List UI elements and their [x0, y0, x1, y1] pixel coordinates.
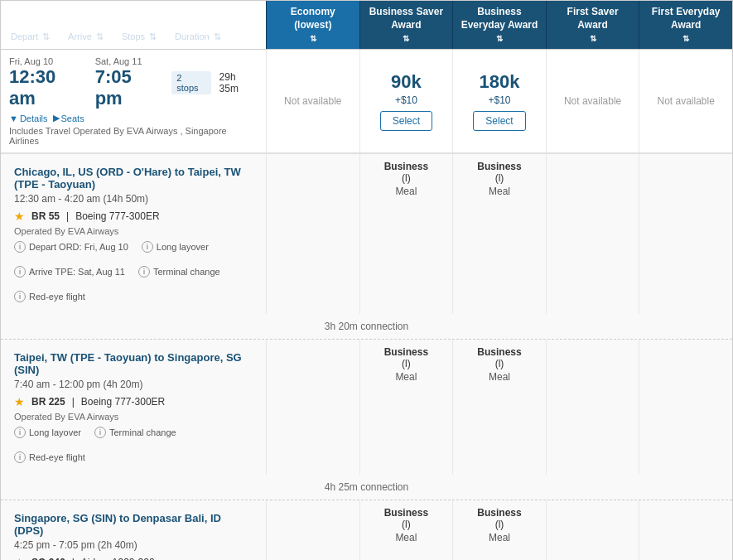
sort-icon-business-everyday: ⇅	[496, 33, 503, 44]
col-header-economy: Economy (lowest) ⇅	[266, 1, 359, 49]
first-saver-not-available: Not available	[564, 95, 621, 107]
segment-1-operated: Operated By EVA Airways	[14, 226, 253, 236]
segment-2-notices: i Long layover i Terminal change i Red-e…	[14, 427, 253, 463]
sort-arrive[interactable]: Arrive ⇅	[66, 31, 104, 42]
seg2-bs-meal: Meal	[365, 371, 448, 383]
star-icon-3: ★	[14, 556, 25, 560]
info-icon-5: i	[14, 291, 26, 302]
segment-main-3: Singapore, SG (SIN) to Denpasar Bali, ID…	[1, 500, 266, 560]
seg2-be-meal: Meal	[458, 371, 541, 383]
notice-terminal-1: i Terminal change	[138, 266, 220, 278]
select-button-business-everyday[interactable]: Select	[473, 111, 525, 131]
header-row: Depart ⇅ Arrive ⇅ Stops ⇅ Duration ⇅ Eco…	[1, 1, 732, 50]
segment-3-flight: ★ SQ 946 | Airbus A330-300	[14, 556, 253, 560]
triangle-down-icon: ▼	[9, 113, 18, 123]
segment-1-flight-number: BR 55	[31, 210, 60, 222]
col-header-first-everyday: First Everyday Award ⇅	[639, 1, 732, 49]
flight-results-container: Depart ⇅ Arrive ⇅ Stops ⇅ Duration ⇅ Eco…	[0, 0, 733, 560]
segment-3: Singapore, SG (SIN) to Denpasar Bali, ID…	[1, 500, 266, 560]
sort-columns: Depart ⇅ Arrive ⇅ Stops ⇅ Duration ⇅	[1, 1, 266, 49]
info-icon-1: i	[14, 241, 26, 253]
info-icon-4: i	[138, 266, 150, 278]
segment-row-3: Singapore, SG (SIN) to Denpasar Bali, ID…	[1, 500, 732, 560]
depart-time: 12:30 am	[9, 66, 55, 109]
segment-1-aircraft: Boeing 777-300ER	[75, 210, 159, 222]
seg1-be-class: Business	[458, 161, 541, 172]
sort-icon-first-everyday: ⇅	[682, 33, 689, 44]
segment-1-route: Chicago, IL, US (ORD - O'Hare) to Taipei…	[14, 166, 253, 191]
seg3-economy-cell	[266, 500, 359, 560]
info-icon-6: i	[14, 427, 26, 438]
seg2-business-everyday-cell: Business (l) Meal	[452, 340, 546, 475]
seg2-be-sub: (l)	[458, 358, 541, 369]
seg3-first-everyday-cell	[639, 500, 732, 560]
segment-1-flight: ★ BR 55 | Boeing 777-300ER	[14, 210, 253, 223]
sort-icon-economy: ⇅	[310, 33, 316, 44]
seg1-be-sub: (l)	[458, 172, 541, 184]
seg2-first-everyday-cell	[639, 340, 732, 475]
select-button-business-saver[interactable]: Select	[380, 111, 432, 131]
segment-2-aircraft: Boeing 777-300ER	[81, 396, 165, 408]
separator-2: |	[72, 396, 75, 408]
price-cell-economy: Not available	[266, 50, 359, 152]
segment-2-operated: Operated By EVA Airways	[14, 412, 253, 422]
sort-stops[interactable]: Stops ⇅	[120, 31, 157, 42]
sort-duration[interactable]: Duration ⇅	[173, 31, 221, 42]
notice-long-layover-1: i Long layover	[142, 241, 209, 253]
segment-main-2: Taipei, TW (TPE - Taoyuan) to Singapore,…	[1, 340, 266, 475]
notice-arrive-tpe: i Arrive TPE: Sat, Aug 11	[14, 266, 125, 278]
flight-row: Fri, Aug 10 12:30 am Sat, Aug 11 7:05 pm…	[1, 50, 732, 153]
arrive-date-block: Sat, Aug 11 7:05 pm	[95, 56, 164, 109]
seg3-be-meal: Meal	[458, 532, 541, 543]
seg3-bs-sub: (l)	[365, 519, 448, 530]
connection-1: 3h 20m connection	[1, 314, 732, 340]
depart-date-block: Fri, Aug 10 12:30 am	[9, 56, 87, 109]
detail-panel: Chicago, IL, US (ORD - O'Hare) to Taipei…	[1, 153, 732, 560]
business-everyday-usd: +$10	[488, 94, 510, 106]
notice-long-layover-2: i Long layover	[14, 427, 81, 438]
details-seats-row: ▼ Details ▶ Seats	[9, 113, 258, 123]
segment-3-times: 4:25 pm - 7:05 pm (2h 40m)	[14, 539, 253, 551]
segment-3-aircraft: Airbus A330-300	[81, 557, 155, 560]
business-saver-miles: 90k	[391, 71, 422, 93]
seg2-be-class: Business	[458, 346, 541, 358]
seg2-business-saver-cell: Business (l) Meal	[359, 340, 453, 475]
sort-depart[interactable]: Depart ⇅	[9, 31, 50, 42]
seats-button[interactable]: ▶ Seats	[53, 113, 84, 123]
star-icon-1: ★	[14, 210, 25, 223]
segment-1-times: 12:30 am - 4:20 am (14h 50m)	[14, 193, 253, 205]
arrive-time: 7:05 pm	[95, 66, 132, 109]
economy-not-available: Not available	[284, 95, 341, 107]
business-saver-usd: +$10	[395, 94, 417, 106]
segment-row-2: Taipei, TW (TPE - Taoyuan) to Singapore,…	[1, 340, 732, 475]
segment-2-times: 7:40 am - 12:00 pm (4h 20m)	[14, 379, 253, 390]
col-header-first-saver: First Saver Award ⇅	[546, 1, 639, 49]
seg1-bs-class: Business	[365, 161, 448, 172]
seg1-bs-meal: Meal	[365, 186, 448, 197]
separator-1: |	[66, 210, 69, 222]
info-icon-8: i	[14, 451, 26, 463]
price-cell-business-everyday: 180k +$10 Select	[452, 50, 546, 152]
connection-2: 4h 25m connection	[1, 475, 732, 500]
triangle-right-icon: ▶	[53, 113, 60, 123]
stops-badge: 2 stops	[171, 71, 210, 94]
notice-terminal-2: i Terminal change	[94, 427, 176, 438]
seg3-business-everyday-cell: Business (l) Meal	[452, 500, 546, 560]
seg3-be-sub: (l)	[458, 519, 541, 530]
star-icon-2: ★	[14, 395, 25, 408]
col-header-business-everyday: Business Everyday Award ⇅	[452, 1, 546, 49]
seg2-bs-class: Business	[365, 346, 448, 358]
notice-redeye-1: i Red-eye flight	[14, 291, 85, 302]
seg3-business-saver-cell: Business (l) Meal	[359, 500, 453, 560]
seg3-be-class: Business	[458, 507, 541, 519]
seg2-bs-sub: (l)	[365, 358, 448, 369]
depart-date: Fri, Aug 10	[9, 56, 87, 66]
seg1-bs-sub: (l)	[365, 172, 448, 184]
segment-1-notices: i Depart ORD: Fri, Aug 10 i Long layover…	[14, 241, 253, 302]
price-cell-first-everyday: Not available	[639, 50, 732, 152]
segment-2-flight-number: BR 225	[31, 396, 65, 408]
segment-3-route: Singapore, SG (SIN) to Denpasar Bali, ID…	[14, 512, 253, 537]
seg1-economy-cell	[266, 154, 359, 314]
details-button[interactable]: ▼ Details	[9, 113, 48, 123]
notice-redeye-2: i Red-eye flight	[14, 451, 85, 463]
